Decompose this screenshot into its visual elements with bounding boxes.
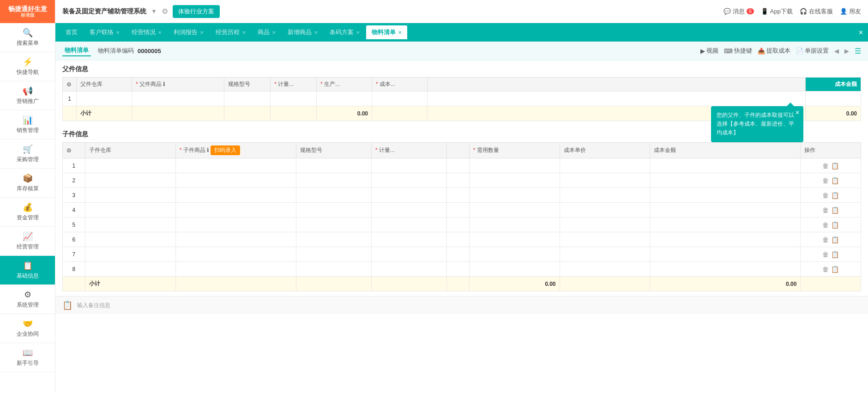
child-row-unit-cost[interactable] xyxy=(560,247,650,262)
child-row-warehouse[interactable] xyxy=(85,158,175,173)
sidebar-item-新手引导[interactable]: 📖新手引导 xyxy=(0,343,55,372)
child-row-warehouse[interactable] xyxy=(85,262,175,277)
child-row-unit-cost[interactable] xyxy=(560,232,650,247)
child-row-spec[interactable] xyxy=(296,262,371,277)
child-row-qty[interactable] xyxy=(469,247,560,262)
copy-icon[interactable]: 📋 xyxy=(831,221,839,229)
sidebar-item-经营管理[interactable]: 📈经营管理 xyxy=(0,227,55,256)
doc-settings-button[interactable]: 📄 单据设置 xyxy=(796,47,829,55)
video-button[interactable]: ▶ 视频 xyxy=(700,47,718,55)
nav-tab-客户联络[interactable]: 客户联络✕ xyxy=(84,25,125,39)
sidebar-item-销售管理[interactable]: 📊销售管理 xyxy=(0,110,55,139)
nav-tab-首页[interactable]: 首页 xyxy=(60,25,83,39)
child-row-unit-cost[interactable] xyxy=(560,158,650,173)
scan-button[interactable]: 扫码录入 xyxy=(211,145,240,155)
message-item[interactable]: 💬 消息 6 xyxy=(723,7,754,16)
child-row-product[interactable] xyxy=(175,262,296,277)
child-row-spec[interactable] xyxy=(296,188,371,203)
shortcut-button[interactable]: ⌨ 快捷键 xyxy=(724,47,752,55)
child-row-unit[interactable] xyxy=(371,247,446,262)
child-row-unit-cost[interactable] xyxy=(560,218,650,232)
child-row-unit[interactable] xyxy=(371,218,446,232)
delete-icon[interactable]: 🗑 xyxy=(822,266,829,273)
close-tab-icon[interactable]: ✕ xyxy=(314,30,318,35)
child-row-unit[interactable] xyxy=(371,203,446,218)
copy-icon[interactable]: 📋 xyxy=(831,251,839,258)
copy-icon[interactable]: 📋 xyxy=(831,192,839,199)
child-row-unit[interactable] xyxy=(371,262,446,277)
child-row-spec[interactable] xyxy=(296,218,371,232)
close-tab-icon[interactable]: ✕ xyxy=(398,30,402,35)
extract-cost-button[interactable]: 📥 提取成本 xyxy=(758,47,790,55)
nav-tab-利润报告[interactable]: 利润报告✕ xyxy=(168,25,209,39)
nav-tab-新增商品[interactable]: 新增商品✕ xyxy=(282,25,323,39)
child-row-qty[interactable] xyxy=(469,188,560,203)
nav-tab-物料清单[interactable]: 物料清单✕ xyxy=(366,25,407,39)
child-row-product[interactable] xyxy=(175,203,296,218)
child-row-spec[interactable] xyxy=(296,232,371,247)
child-row-product[interactable] xyxy=(175,218,296,232)
sidebar-item-基础信息[interactable]: 📋基础信息 xyxy=(0,256,55,285)
close-tab-icon[interactable]: ✕ xyxy=(272,30,276,35)
child-row-product[interactable] xyxy=(175,173,296,188)
child-row-unit[interactable] xyxy=(371,158,446,173)
nav-tab-经营情况[interactable]: 经营情况✕ xyxy=(126,25,167,39)
child-row-qty[interactable] xyxy=(469,158,560,173)
nav-next-icon[interactable]: ▶ xyxy=(844,48,849,54)
child-row-product[interactable] xyxy=(175,232,296,247)
parent-row-spec[interactable] xyxy=(224,91,271,106)
child-row-unit-cost[interactable] xyxy=(560,188,650,203)
child-row-product[interactable] xyxy=(175,247,296,262)
child-row-warehouse[interactable] xyxy=(85,203,175,218)
delete-icon[interactable]: 🗑 xyxy=(822,236,829,243)
sidebar-item-资金管理[interactable]: 💰资金管理 xyxy=(0,198,55,227)
sidebar-item-搜索菜单[interactable]: 🔍搜索菜单 xyxy=(0,23,55,52)
child-row-unit-cost[interactable] xyxy=(560,203,650,218)
child-row-qty[interactable] xyxy=(469,218,560,232)
child-row-spec[interactable] xyxy=(296,158,371,173)
nav-tab-商品[interactable]: 商品✕ xyxy=(252,25,281,39)
parent-col-settings[interactable]: ⚙ xyxy=(63,78,77,91)
parent-row-product[interactable] xyxy=(132,91,224,106)
online-service-item[interactable]: 🎧 在线客服 xyxy=(800,7,833,16)
child-row-product[interactable] xyxy=(175,158,296,173)
close-tab-icon[interactable]: ✕ xyxy=(356,30,360,35)
child-row-qty[interactable] xyxy=(469,173,560,188)
parent-row-cost[interactable] xyxy=(372,91,428,106)
sub-tab-material-list[interactable]: 物料清单 xyxy=(62,45,91,56)
nav-tab-经营历程[interactable]: 经营历程✕ xyxy=(210,25,251,39)
nav-prev-icon[interactable]: ◀ xyxy=(834,48,839,54)
sidebar-item-系统管理[interactable]: ⚙系统管理 xyxy=(0,285,55,314)
child-row-qty[interactable] xyxy=(469,203,560,218)
child-row-spec[interactable] xyxy=(296,247,371,262)
copy-icon[interactable]: 📋 xyxy=(831,206,839,214)
dropdown-arrow-icon[interactable]: ▼ xyxy=(151,8,157,15)
copy-icon[interactable]: 📋 xyxy=(831,162,839,169)
try-btn[interactable]: 体验行业方案 xyxy=(173,5,220,18)
sidebar-item-营销推广[interactable]: 📢营销推广 xyxy=(0,81,55,110)
child-row-spec[interactable] xyxy=(296,173,371,188)
sidebar-item-企业协同[interactable]: 🤝企业协同 xyxy=(0,314,55,343)
delete-icon[interactable]: 🗑 xyxy=(822,192,829,199)
child-row-unit-cost[interactable] xyxy=(560,262,650,277)
child-row-qty[interactable] xyxy=(469,262,560,277)
copy-icon[interactable]: 📋 xyxy=(831,266,839,273)
note-placeholder[interactable]: 输入备注信息 xyxy=(77,302,110,309)
tooltip-close-button[interactable]: ✕ xyxy=(795,109,800,117)
sidebar-item-采购管理[interactable]: 🛒采购管理 xyxy=(0,139,55,169)
child-row-spec[interactable] xyxy=(296,203,371,218)
child-row-product[interactable] xyxy=(175,188,296,203)
child-row-warehouse[interactable] xyxy=(85,247,175,262)
close-tab-icon[interactable]: ✕ xyxy=(116,30,120,35)
child-row-warehouse[interactable] xyxy=(85,173,175,188)
close-tab-icon[interactable]: ✕ xyxy=(242,30,246,35)
sidebar-item-快捷导航[interactable]: ⚡快捷导航 xyxy=(0,52,55,81)
delete-icon[interactable]: 🗑 xyxy=(822,251,829,258)
delete-icon[interactable]: 🗑 xyxy=(822,206,829,214)
close-all-tabs-button[interactable]: ✕ xyxy=(858,29,863,36)
child-row-warehouse[interactable] xyxy=(85,188,175,203)
child-row-unit[interactable] xyxy=(371,188,446,203)
app-download-item[interactable]: 📱 App下载 xyxy=(761,7,793,16)
child-row-unit-cost[interactable] xyxy=(560,173,650,188)
child-row-qty[interactable] xyxy=(469,232,560,247)
